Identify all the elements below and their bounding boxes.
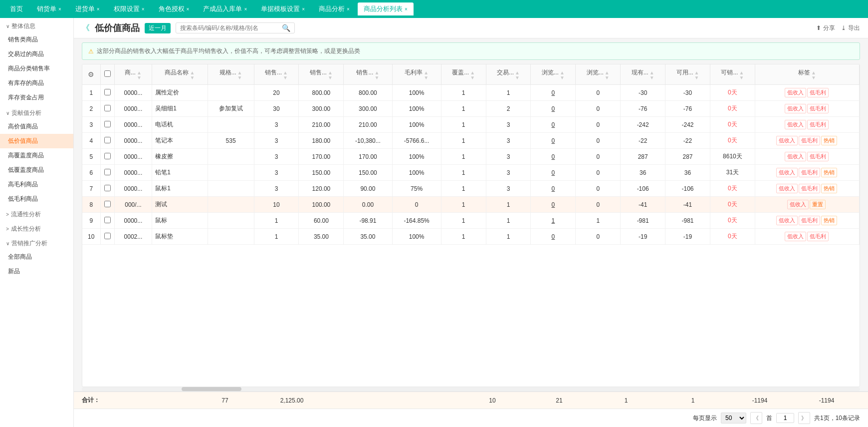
row-checkbox[interactable] bbox=[104, 185, 111, 191]
nav-tab-role[interactable]: 角色授权 × bbox=[153, 2, 196, 15]
next-page-button[interactable]: 》 bbox=[798, 412, 810, 424]
row-checkbox[interactable] bbox=[104, 153, 111, 159]
cell-checkbox[interactable] bbox=[100, 181, 114, 197]
sidebar-item-low-value[interactable]: 低价值商品 bbox=[0, 134, 73, 148]
cell-browse1[interactable]: 0 bbox=[531, 101, 576, 117]
cell-browse1[interactable]: 0 bbox=[531, 165, 576, 181]
row-checkbox[interactable] bbox=[104, 201, 111, 207]
cell-checkbox[interactable] bbox=[100, 133, 114, 149]
nav-tab-sales[interactable]: 销货单 × bbox=[31, 2, 67, 15]
row-checkbox[interactable] bbox=[104, 217, 111, 223]
settings-icon[interactable]: ⚙ bbox=[88, 70, 94, 78]
page-number-input[interactable] bbox=[776, 413, 794, 423]
first-page-button[interactable]: 《 bbox=[750, 412, 762, 424]
close-icon[interactable]: × bbox=[187, 6, 190, 12]
col-spec: 规格...▲▼ bbox=[208, 64, 254, 85]
cell-checkbox[interactable] bbox=[100, 165, 114, 181]
filter-tag-recent[interactable]: 近一月 bbox=[145, 23, 171, 33]
browse-link[interactable]: 0 bbox=[552, 233, 555, 240]
tag-badge: 低毛利 bbox=[799, 168, 820, 177]
sidebar-item-low-coverage[interactable]: 低覆盖度商品 bbox=[0, 163, 73, 177]
browse-link[interactable]: 0 bbox=[552, 201, 555, 208]
nav-tab-purchase[interactable]: 进货单 × bbox=[69, 2, 106, 15]
close-icon[interactable]: × bbox=[244, 6, 247, 12]
cell-checkbox[interactable] bbox=[100, 101, 114, 117]
cell-checkbox[interactable] bbox=[100, 117, 114, 133]
close-icon[interactable]: × bbox=[97, 6, 100, 12]
sidebar-collapse-icon[interactable]: 《 bbox=[82, 23, 90, 33]
sidebar-item-in-stock[interactable]: 有库存的商品 bbox=[0, 76, 73, 90]
table-wrapper[interactable]: ⚙ 商...▲▼ 商品名称▲▼ 规格...▲▼ 销售...▲▼ 销售...▲▼ … bbox=[82, 64, 860, 387]
browse-link[interactable]: 0 bbox=[552, 153, 555, 160]
cell-checkbox[interactable] bbox=[100, 229, 114, 245]
cell-browse2: 0 bbox=[576, 133, 621, 149]
horizontal-scrollbar[interactable] bbox=[82, 387, 860, 391]
sidebar-group-overall[interactable]: ∨ 整体信息 bbox=[0, 18, 73, 32]
sidebar-item-traded-goods[interactable]: 交易过的商品 bbox=[0, 47, 73, 61]
browse-link[interactable]: 0 bbox=[552, 105, 555, 112]
browse-link[interactable]: 0 bbox=[552, 137, 555, 144]
sidebar-item-low-gross[interactable]: 低毛利商品 bbox=[0, 192, 73, 206]
select-all-checkbox[interactable] bbox=[104, 70, 111, 77]
cell-browse1[interactable]: 0 bbox=[531, 229, 576, 245]
row-checkbox[interactable] bbox=[104, 105, 111, 111]
sidebar-group-circulation[interactable]: > 流通性分析 bbox=[0, 206, 73, 221]
cell-available: -19 bbox=[665, 229, 710, 245]
sidebar-item-sales-goods[interactable]: 销售类商品 bbox=[0, 32, 73, 47]
cell-checkbox[interactable] bbox=[100, 213, 114, 229]
row-checkbox[interactable] bbox=[104, 89, 111, 95]
export-button[interactable]: ⤓ 导出 bbox=[841, 24, 860, 32]
sidebar-item-category-rate[interactable]: 商品分类销售率 bbox=[0, 61, 73, 76]
sidebar-group-contribution[interactable]: ∨ 贡献值分析 bbox=[0, 105, 73, 119]
close-icon[interactable]: × bbox=[142, 6, 145, 12]
cell-browse1[interactable]: 0 bbox=[531, 181, 576, 197]
cell-checkbox[interactable] bbox=[100, 197, 114, 213]
sidebar-item-stock-funds[interactable]: 库存资金占用 bbox=[0, 90, 73, 105]
nav-tab-home[interactable]: 首页 bbox=[4, 2, 29, 15]
browse-link[interactable]: 0 bbox=[552, 121, 555, 128]
row-checkbox[interactable] bbox=[104, 233, 111, 239]
cell-checkbox[interactable] bbox=[100, 85, 114, 101]
close-icon[interactable]: × bbox=[302, 6, 305, 12]
sidebar-group-marketing[interactable]: ∨ 营销推广分析 bbox=[0, 235, 73, 250]
nav-tab-analysis[interactable]: 商品分析 × bbox=[313, 2, 356, 15]
search-input[interactable] bbox=[180, 24, 280, 31]
nav-tab-permission[interactable]: 权限设置 × bbox=[108, 2, 151, 15]
sidebar-item-high-coverage[interactable]: 高覆盖度商品 bbox=[0, 148, 73, 163]
nav-tab-warehouse[interactable]: 产成品入库单 × bbox=[197, 2, 253, 15]
close-icon[interactable]: × bbox=[58, 6, 61, 12]
row-checkbox[interactable] bbox=[104, 121, 111, 127]
cell-browse1[interactable]: 0 bbox=[531, 149, 576, 165]
cell-no: 8 bbox=[82, 197, 100, 213]
share-button[interactable]: ⬆ 分享 bbox=[816, 24, 835, 32]
nav-tab-template[interactable]: 单据模板设置 × bbox=[255, 2, 311, 15]
cell-browse1[interactable]: 0 bbox=[531, 197, 576, 213]
row-checkbox[interactable] bbox=[104, 169, 111, 175]
cell-browse1[interactable]: 1 bbox=[531, 213, 576, 229]
browse-link[interactable]: 0 bbox=[552, 89, 555, 96]
cell-browse1[interactable]: 0 bbox=[531, 85, 576, 101]
cell-checkbox[interactable] bbox=[100, 149, 114, 165]
sidebar-item-all-goods[interactable]: 全部商品 bbox=[0, 250, 73, 264]
col-checkbox[interactable] bbox=[100, 64, 114, 85]
sidebar-item-new-goods[interactable]: 新品 bbox=[0, 264, 73, 279]
browse-link[interactable]: 0 bbox=[552, 169, 555, 176]
col-id: 商...▲▼ bbox=[114, 64, 152, 85]
sidebar-item-high-value[interactable]: 高价值商品 bbox=[0, 119, 73, 134]
col-settings[interactable]: ⚙ bbox=[82, 64, 100, 85]
sidebar-item-high-gross[interactable]: 高毛利商品 bbox=[0, 177, 73, 192]
browse-link[interactable]: 1 bbox=[552, 217, 555, 224]
footer-label: 合计： bbox=[82, 396, 192, 405]
search-icon[interactable]: 🔍 bbox=[282, 24, 290, 32]
cell-browse1[interactable]: 0 bbox=[531, 117, 576, 133]
browse-link[interactable]: 0 bbox=[552, 185, 555, 192]
scrollbar-thumb[interactable] bbox=[182, 387, 241, 391]
close-icon[interactable]: × bbox=[347, 6, 350, 12]
nav-tab-analysis-list[interactable]: 商品分析列表 × bbox=[358, 2, 414, 15]
row-checkbox[interactable] bbox=[104, 137, 111, 143]
sidebar-group-growth[interactable]: > 成长性分析 bbox=[0, 221, 73, 235]
close-icon[interactable]: × bbox=[405, 6, 408, 12]
cell-gross: 100% bbox=[392, 85, 441, 101]
cell-browse1[interactable]: 0 bbox=[531, 133, 576, 149]
per-page-select[interactable]: 50 100 bbox=[721, 413, 746, 424]
